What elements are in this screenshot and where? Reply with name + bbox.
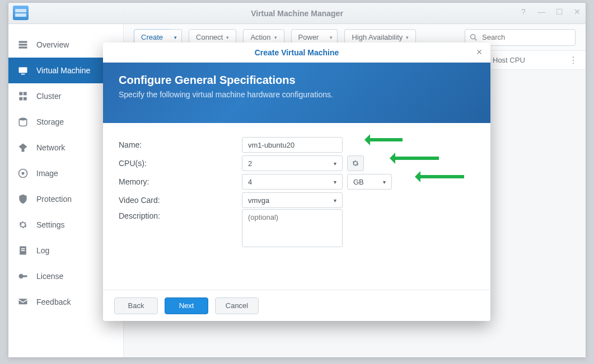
description-textarea[interactable] <box>242 209 343 247</box>
dialog-subheading: Specify the following virtual machine ha… <box>119 90 475 99</box>
svg-point-12 <box>22 172 25 175</box>
sidebar-item-label: Storage <box>36 117 64 126</box>
name-label: Name: <box>119 140 242 149</box>
sidebar-item-label: Log <box>36 246 49 255</box>
dialog-form: Name: CPU(s): 2 ▾ Memory: 4 ▾ GB ▾ <box>103 123 490 290</box>
chevron-down-icon: ▾ <box>274 35 277 40</box>
back-button[interactable]: Back <box>114 297 158 314</box>
svg-rect-6 <box>24 92 27 96</box>
svg-rect-8 <box>24 97 27 101</box>
minimize-icon[interactable]: — <box>536 7 546 16</box>
dialog-close-icon[interactable]: × <box>474 47 485 58</box>
sidebar-item-label: Cluster <box>36 92 61 101</box>
settings-icon <box>17 219 29 230</box>
svg-rect-4 <box>21 74 25 75</box>
cancel-button[interactable]: Cancel <box>215 297 259 314</box>
description-label: Description: <box>119 209 242 220</box>
cluster-icon <box>17 91 29 102</box>
chevron-down-icon: ▾ <box>383 179 386 185</box>
video-select[interactable]: vmvga ▾ <box>242 192 343 208</box>
svg-rect-1 <box>19 44 27 45</box>
svg-rect-2 <box>19 46 27 48</box>
memory-label: Memory: <box>119 177 242 186</box>
log-icon <box>17 245 29 256</box>
svg-rect-3 <box>19 67 27 73</box>
svg-rect-10 <box>22 149 25 152</box>
help-icon[interactable]: ? <box>518 7 528 16</box>
svg-rect-15 <box>21 250 25 251</box>
svg-point-19 <box>471 34 475 39</box>
protection-icon <box>17 193 29 205</box>
sidebar-item-label: Virtual Machine <box>36 66 90 75</box>
close-icon[interactable]: ✕ <box>572 7 582 16</box>
svg-rect-18 <box>19 299 27 304</box>
chevron-down-icon: ▾ <box>334 197 336 204</box>
name-input[interactable] <box>242 137 343 153</box>
network-icon <box>17 142 29 153</box>
svg-rect-5 <box>19 92 22 96</box>
svg-rect-7 <box>19 97 22 101</box>
sidebar-item-label: Settings <box>36 220 65 229</box>
video-label: Video Card: <box>119 196 242 205</box>
overview-icon <box>17 39 29 50</box>
dialog-footer: Back Next Cancel <box>103 290 490 321</box>
window-title: Virtual Machine Manager <box>251 9 343 18</box>
feedback-icon <box>17 296 29 308</box>
sidebar-item-label: Feedback <box>36 297 71 306</box>
cpu-settings-button[interactable] <box>347 155 364 171</box>
license-icon <box>17 271 29 282</box>
search-icon <box>469 33 478 42</box>
gear-icon <box>351 159 360 168</box>
svg-line-20 <box>475 39 476 40</box>
cpu-select[interactable]: 2 ▾ <box>242 155 343 171</box>
dialog-title: Create Virtual Machine <box>255 48 339 57</box>
svg-point-9 <box>19 118 26 121</box>
dialog-banner: Configure General Specifications Specify… <box>103 63 490 123</box>
sidebar-item-label: License <box>36 272 63 281</box>
sidebar-item-label: Network <box>36 143 65 152</box>
column-host-cpu[interactable]: Host CPU <box>487 56 565 64</box>
maximize-icon[interactable]: ☐ <box>554 7 564 16</box>
memory-unit-select[interactable]: GB ▾ <box>347 174 392 190</box>
chevron-down-icon: ▾ <box>406 35 409 40</box>
image-icon <box>17 168 29 179</box>
dialog-heading: Configure General Specifications <box>119 74 475 87</box>
svg-rect-14 <box>21 248 25 249</box>
sidebar-item-label: Overview <box>36 40 69 49</box>
sidebar-item-label: Image <box>36 169 58 178</box>
vm-icon <box>17 65 29 76</box>
chevron-down-icon: ▾ <box>334 179 336 185</box>
memory-select[interactable]: 4 ▾ <box>242 174 343 190</box>
chevron-down-icon: ▾ <box>334 160 336 167</box>
next-button[interactable]: Next <box>165 297 208 314</box>
table-menu-icon[interactable]: ⋮ <box>565 55 581 65</box>
app-icon <box>13 6 29 20</box>
dialog-titlebar: Create Virtual Machine × <box>103 42 490 63</box>
svg-rect-17 <box>22 275 27 277</box>
cpu-label: CPU(s): <box>119 159 242 168</box>
window-controls: ? — ☐ ✕ <box>518 7 582 16</box>
sidebar-item-label: Protection <box>36 195 72 204</box>
svg-rect-0 <box>19 41 27 42</box>
chevron-down-icon: ▾ <box>226 35 229 40</box>
create-vm-dialog: Create Virtual Machine × Configure Gener… <box>103 42 490 321</box>
titlebar: Virtual Machine Manager ? — ☐ ✕ <box>8 3 586 24</box>
storage-icon <box>17 116 29 127</box>
